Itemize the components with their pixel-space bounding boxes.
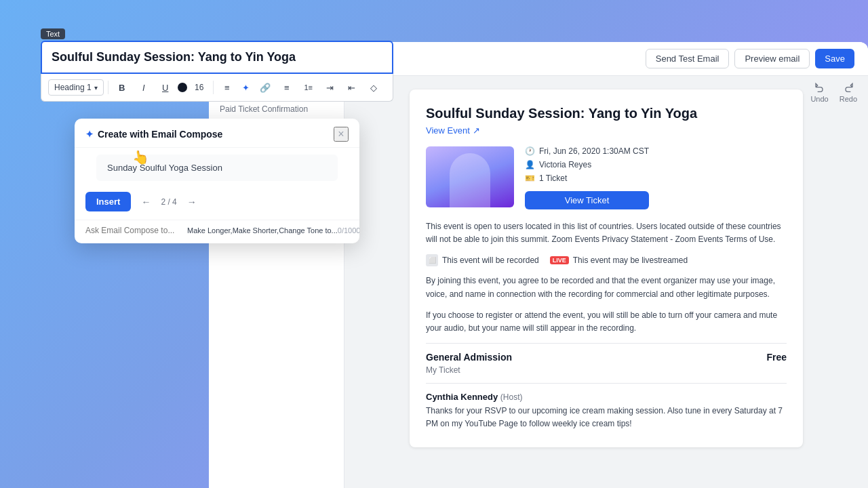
recorded-badge: ⬜ This event will be recorded bbox=[426, 254, 539, 266]
undo-button[interactable]: Undo bbox=[810, 83, 828, 103]
admission-row: General Admission Free bbox=[426, 352, 787, 363]
italic-button[interactable]: I bbox=[134, 78, 153, 97]
link-button[interactable]: 🔗 bbox=[256, 78, 275, 97]
ai-star-icon: ✦ bbox=[85, 129, 94, 140]
make-longer-chip[interactable]: Make Longer, bbox=[187, 226, 233, 235]
email-body-text-3: If you choose to register or attend the … bbox=[426, 309, 787, 335]
toolbar-divider-1 bbox=[108, 81, 108, 94]
bold-button[interactable]: B bbox=[113, 78, 132, 97]
email-heading: Soulful Sunday Session: Yang to Yin Yoga bbox=[426, 106, 787, 121]
live-badge: LIVE This event may be livestreamed bbox=[550, 254, 688, 266]
page-indicator: 2 / 4 bbox=[161, 197, 176, 207]
event-meta: 🕐 Fri, Jun 26, 2020 1:30AM CST 👤 Victori… bbox=[525, 146, 649, 209]
ai-compose-popup: ✦ Create with Email Compose × Sunday Sou… bbox=[75, 119, 359, 243]
ai-bottom-row: Make Longer, Make Shorter, Change Tone t… bbox=[75, 220, 359, 243]
record-icon: ⬜ bbox=[426, 254, 438, 266]
next-suggestion-button[interactable]: → bbox=[184, 194, 200, 210]
event-details-row: 🕐 Fri, Jun 26, 2020 1:30AM CST 👤 Victori… bbox=[426, 146, 787, 209]
admission-title: General Admission bbox=[426, 352, 512, 363]
redo-button[interactable]: Redo bbox=[840, 83, 857, 103]
redo-label: Redo bbox=[840, 95, 857, 103]
ai-generated-text: Sunday Soulful Yoga Session bbox=[96, 155, 338, 181]
event-features: ⬜ This event will be recorded LIVE This … bbox=[426, 254, 787, 266]
floating-text-editor: Text Heading 1 ▾ B I U 16 ≡ ✦ 🔗 ≡ 1≡ ⇥ ⇤… bbox=[41, 27, 393, 102]
clock-icon: 🕐 bbox=[525, 146, 535, 156]
list-ul-button[interactable]: ≡ bbox=[277, 78, 296, 97]
make-shorter-chip[interactable]: Make Shorter, bbox=[233, 226, 279, 235]
email-body-text-2: By joining this event, you agree to be r… bbox=[426, 274, 787, 300]
divider-2 bbox=[426, 383, 787, 384]
recorded-label: This event will be recorded bbox=[442, 256, 539, 265]
undo-label: Undo bbox=[810, 95, 828, 103]
ai-compose-header: ✦ Create with Email Compose × bbox=[75, 119, 359, 148]
text-badge: Text bbox=[41, 28, 65, 39]
email-body-text-1: This event is open to users located in t… bbox=[426, 220, 787, 246]
host-name: Cynthia Kennedy (Host) bbox=[426, 392, 787, 402]
prev-suggestion-button[interactable]: ← bbox=[138, 194, 154, 210]
heading-chevron-icon: ▾ bbox=[94, 84, 98, 92]
ai-compose-title-text: Create with Email Compose bbox=[98, 129, 222, 140]
view-ticket-button[interactable]: View Ticket bbox=[525, 191, 649, 209]
align-left-button[interactable]: ≡ bbox=[218, 78, 237, 97]
ai-compose-title: ✦ Create with Email Compose bbox=[85, 129, 222, 140]
text-editor-input[interactable] bbox=[41, 41, 393, 74]
event-date-row: 🕐 Fri, Jun 26, 2020 1:30AM CST bbox=[525, 146, 649, 156]
heading-label: Heading 1 bbox=[54, 83, 92, 92]
formatting-toolbar: Heading 1 ▾ B I U 16 ≡ ✦ 🔗 ≡ 1≡ ⇥ ⇤ ◇ bbox=[41, 74, 393, 102]
font-size-display: 16 bbox=[190, 83, 209, 92]
email-card: Soulful Sunday Session: Yang to Yin Yoga… bbox=[410, 89, 803, 447]
event-tickets: 1 Ticket bbox=[539, 174, 567, 183]
insert-button[interactable]: Insert bbox=[85, 192, 131, 211]
ticket-icon: 🎫 bbox=[525, 174, 535, 183]
view-event-link[interactable]: View Event ↗ bbox=[426, 125, 787, 136]
list-ol-button[interactable]: 1≡ bbox=[299, 78, 318, 97]
editor-window: ‹ Back to Emails Soulful Sunday Send Tes… bbox=[209, 42, 868, 488]
event-image-placeholder bbox=[426, 146, 514, 207]
save-button[interactable]: Save bbox=[815, 49, 854, 68]
change-tone-chip[interactable]: Change Tone to... bbox=[279, 226, 338, 235]
undo-redo-controls: Undo Redo bbox=[810, 83, 857, 103]
indent-button[interactable]: ⇥ bbox=[321, 78, 340, 97]
color-picker[interactable] bbox=[178, 83, 187, 92]
heading-selector[interactable]: Heading 1 ▾ bbox=[48, 79, 104, 96]
divider-1 bbox=[426, 343, 787, 344]
ai-compose-close-button[interactable]: × bbox=[334, 127, 349, 142]
live-icon: LIVE bbox=[550, 256, 569, 264]
topbar-actions: Send Test Email Preview email Save bbox=[646, 49, 854, 68]
char-count: 0/1000 bbox=[338, 226, 359, 235]
ai-generated-text-container: Sunday Soulful Yoga Session bbox=[75, 148, 359, 192]
external-link-icon: ↗ bbox=[473, 125, 480, 136]
ai-prompt-input[interactable] bbox=[85, 226, 187, 235]
preview-area: Undo Redo Soulful Sunday Session: Yang t… bbox=[344, 76, 868, 488]
event-tickets-row: 🎫 1 Ticket bbox=[525, 174, 649, 183]
livestreamed-label: This event may be livestreamed bbox=[573, 256, 688, 265]
preview-email-button[interactable]: Preview email bbox=[734, 49, 810, 68]
outdent-button[interactable]: ⇤ bbox=[342, 78, 361, 97]
host-message: Thanks for your RSVP to our upcoming ice… bbox=[426, 405, 787, 430]
person-icon: 👤 bbox=[525, 160, 535, 169]
ai-actions-row: Insert ← 2 / 4 → bbox=[75, 192, 359, 220]
admission-price: Free bbox=[766, 352, 787, 363]
send-test-email-button[interactable]: Send Test Email bbox=[646, 49, 730, 68]
underline-button[interactable]: U bbox=[156, 78, 175, 97]
event-image bbox=[426, 146, 514, 207]
clear-formatting-button[interactable]: ◇ bbox=[364, 78, 383, 97]
sparkle-button[interactable]: ✦ bbox=[239, 81, 253, 94]
toolbar-divider-2 bbox=[213, 81, 214, 94]
my-ticket-label: My Ticket bbox=[426, 365, 787, 375]
event-host: Victoria Reyes bbox=[539, 160, 591, 169]
event-host-row: 👤 Victoria Reyes bbox=[525, 160, 649, 169]
event-date: Fri, Jun 26, 2020 1:30AM CST bbox=[539, 146, 649, 156]
